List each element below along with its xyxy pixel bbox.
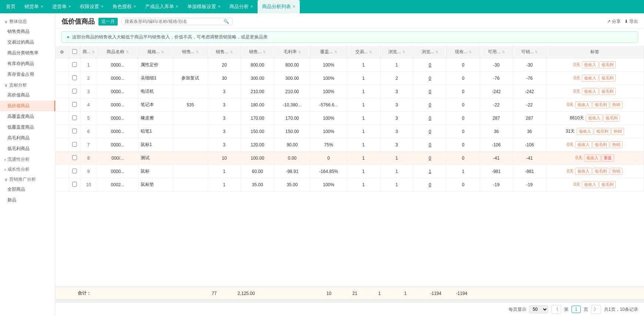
close-doc-template[interactable]: ✕ [218,0,221,13]
row-checkbox[interactable] [72,115,77,120]
sidebar-group-marketing[interactable]: ∨ 营销推广分析 [0,174,55,184]
sidebar-item-traded-goods[interactable]: 交易过的商品 [0,37,55,48]
nav-permission-settings[interactable]: 权限设置 ✕ [76,0,108,13]
row-col14: -106 [513,138,546,152]
next-page-button[interactable]: 〉 [591,305,601,314]
row-checkbox[interactable] [72,62,77,67]
row-checkbox[interactable] [72,169,77,173]
share-button[interactable]: ↗ 分享 [607,18,621,25]
per-page-select[interactable]: 50 100 200 [529,305,548,313]
col-sales2-header[interactable]: 销售... ⇅ [208,46,241,58]
col-sellable-stock-header[interactable]: 可销... ⇅ [513,46,546,58]
row-col11[interactable]: 0 [413,112,447,125]
row-checkbox[interactable] [72,102,77,107]
row-checkbox[interactable] [72,75,77,80]
close-role-auth[interactable]: ✕ [133,0,136,13]
close-purchase-order[interactable]: ✕ [68,0,71,13]
horizontal-scrollbar[interactable] [56,299,644,302]
col-spec-header[interactable]: 规格... ⇅ [138,46,173,58]
col-code-header[interactable]: 商... ⇅ [80,46,97,58]
col-browse1-header[interactable]: 浏览... ⇅ [380,46,413,58]
search-input[interactable] [125,19,222,24]
row-col11[interactable]: 1 [413,165,447,178]
checkbox-cell[interactable] [69,125,80,138]
nav-sales-order[interactable]: 销货单 ✕ [20,0,48,13]
sidebar-item-low-margin[interactable]: 低毛利商品 [0,143,55,154]
checkbox-cell[interactable] [69,112,80,125]
row-col11[interactable]: 0 [413,138,447,152]
select-all-checkbox[interactable] [72,49,77,54]
row-checkbox[interactable] [72,89,77,94]
checkbox-cell[interactable] [69,138,80,152]
col-tags-header[interactable]: 标签 [546,46,644,58]
sidebar-item-high-coverage[interactable]: 高覆盖度商品 [0,111,55,122]
col-browse2-header[interactable]: 浏览... ⇅ [413,46,447,58]
col-available-stock-header[interactable]: 可用... ⇅ [480,46,513,58]
sidebar-group-contribution[interactable]: ∨ 贡献分析 [0,80,55,90]
col-name-header[interactable]: 商品名称 ⇅ [97,46,138,58]
row-checkbox[interactable] [72,182,77,187]
row-col12: 0 [446,58,480,72]
col-sales3-header[interactable]: 销售... ⇅ [241,46,274,58]
checkbox-cell[interactable] [69,178,80,191]
sidebar-item-inventory-capital[interactable]: 库存资金占用 [0,69,55,80]
sidebar-item-low-value[interactable]: 低价值商品 [0,101,55,111]
col-current-stock-header[interactable]: 现有... ⇅ [446,46,480,58]
time-badge[interactable]: 近一月 [98,18,118,26]
checkbox-cell[interactable] [69,98,80,112]
sidebar-group-growth[interactable]: › 成长性分析 [0,164,55,174]
sidebar-item-category-sales[interactable]: 商品分类销售率 [0,48,55,58]
col-sales1-header[interactable]: 销售... ⇅ [173,46,208,58]
nav-product-analysis-list[interactable]: 商品分析列表 ✕ [258,0,300,13]
sidebar-item-all-goods[interactable]: 全部商品 [0,184,55,195]
sidebar-item-sales-goods[interactable]: 销售类商品 [0,26,55,37]
sidebar-item-high-value[interactable]: 高价值商品 [0,90,55,101]
table-wrapper[interactable]: ⚙ 商... ⇅ 商品名称 ⇅ 规格... ⇅ 销售... ⇅ 销售... ⇅ … [56,46,644,286]
footer-col5: 77 [212,291,238,296]
nav-product-analysis[interactable]: 商品分析 ✕ [225,0,258,13]
sidebar-group-overall[interactable]: ∨ 整体信息 [0,16,55,26]
close-product-storage[interactable]: ✕ [175,0,178,13]
sidebar-item-new-goods[interactable]: 新品 [0,195,55,205]
row-col11[interactable]: 0 [413,85,447,98]
sidebar-group-circulation[interactable]: › 流通性分析 [0,154,55,164]
row-checkbox[interactable] [72,129,77,133]
col-margin-header[interactable]: 毛利率 ⇅ [274,46,310,58]
checkbox-cell[interactable] [69,72,80,85]
nav-doc-template[interactable]: 单据模板设置 ✕ [183,0,225,13]
row-col6: 120.00 [241,138,274,152]
search-icon[interactable]: 🔍 [224,19,229,24]
checkbox-col-header[interactable] [69,46,80,58]
checkbox-cell[interactable] [69,85,80,98]
checkbox-cell[interactable] [69,58,80,72]
row-col9: 1 [347,58,380,72]
close-product-analysis-list[interactable]: ✕ [292,0,295,13]
row-col11[interactable]: 0 [413,72,447,85]
prev-page-button[interactable]: 〈 [551,305,561,314]
row-col11[interactable]: 0 [413,178,447,191]
settings-col-header[interactable]: ⚙ [56,46,69,58]
col-coverage-header[interactable]: 覆盖... ⇅ [310,46,347,58]
checkbox-cell[interactable] [69,165,80,178]
row-checkbox[interactable] [72,142,77,147]
nav-purchase-order[interactable]: 进货单 ✕ [48,0,76,13]
close-permission[interactable]: ✕ [101,0,104,13]
row-col11[interactable]: 0 [413,152,447,165]
col-transaction-header[interactable]: 交易... ⇅ [347,46,380,58]
row-col11[interactable]: 0 [413,58,447,72]
row-col11[interactable]: 0 [413,125,447,138]
sidebar-item-low-coverage[interactable]: 低覆盖度商品 [0,122,55,133]
sidebar-item-high-margin[interactable]: 高毛利商品 [0,133,55,143]
sidebar-item-inventory-goods[interactable]: 有库存的商品 [0,58,55,69]
export-button[interactable]: ⬇ 导出 [624,18,638,25]
close-product-analysis[interactable]: ✕ [250,0,253,13]
row-col5: 30 [208,72,241,85]
nav-home[interactable]: 首页 [1,0,20,13]
row-name: 铅笔1 [138,125,173,138]
row-col11[interactable]: 0 [413,98,447,112]
nav-role-auth[interactable]: 角色授权 ✕ [108,0,141,13]
nav-product-storage[interactable]: 产成品入库单 ✕ [141,0,183,13]
checkbox-cell[interactable] [69,152,80,165]
row-checkbox[interactable] [72,155,77,160]
close-sales-order[interactable]: ✕ [40,0,43,13]
